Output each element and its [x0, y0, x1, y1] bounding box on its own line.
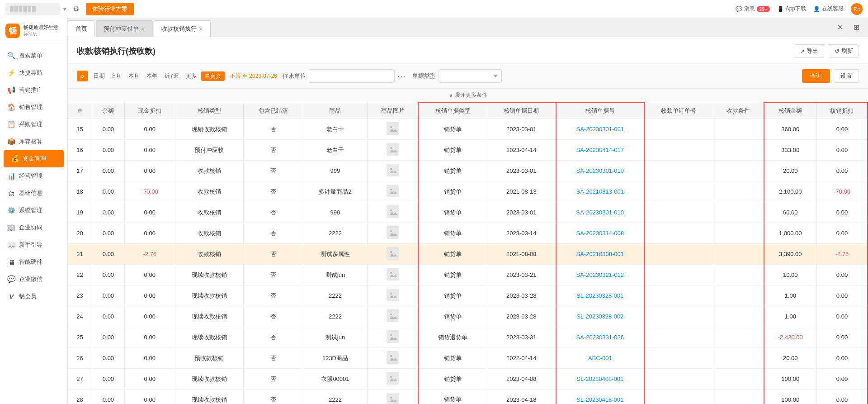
cell-goods: 测试jun: [303, 265, 368, 285]
date-range-button[interactable]: 不限 至 2023-07-26: [230, 72, 277, 80]
online-service-button[interactable]: 👤 在线客服: [813, 5, 844, 13]
export-button[interactable]: ↗ 导出: [794, 44, 824, 58]
svg-rect-14: [387, 268, 399, 280]
filter-setting-button[interactable]: 设置: [834, 69, 859, 83]
page-title: 收款核销执行(按收款): [77, 46, 156, 57]
cell-receipt-order-no: [644, 181, 713, 202]
user-avatar[interactable]: Rit: [851, 3, 863, 15]
cell-verify-discount: 0.00: [816, 265, 868, 285]
sidebar-item-enterprise[interactable]: 🏢 企业协同: [0, 219, 67, 236]
messages-button[interactable]: 💬 消息 99+: [736, 5, 770, 13]
inventory-icon: 📦: [7, 138, 15, 146]
cell-cash-discount: 0.00: [124, 265, 175, 285]
svg-rect-16: [387, 289, 399, 301]
cell-verify-type: 收款核销: [175, 161, 243, 181]
partner-input[interactable]: [309, 69, 395, 83]
sidebar-item-guide[interactable]: 📖 新手引导: [0, 236, 67, 253]
expand-more-button[interactable]: ∨ 展开更多条件: [449, 91, 487, 99]
app-download-button[interactable]: 📱 App下载: [777, 5, 806, 13]
date-filter-group: 日期 上月 本月 本年 近7天 更多 自定义: [93, 71, 225, 81]
tab-close-window-icon[interactable]: ✕: [834, 21, 846, 34]
verify-doc-no-link[interactable]: SL-20230418-001: [576, 396, 623, 403]
sidebar-item-purchase[interactable]: 📋 采购管理: [0, 116, 67, 133]
sidebar-item-sales[interactable]: 🏠 销售管理: [0, 99, 67, 116]
tab-prepay-close-icon[interactable]: ×: [142, 25, 145, 33]
col-header-goods: 商品: [303, 103, 368, 119]
cell-verify-discount: 0.00: [816, 119, 868, 140]
sidebar-item-search[interactable]: 🔍 搜索菜单: [0, 47, 67, 64]
cell-verify-doc-date: 2023-03-21: [487, 265, 556, 285]
verify-doc-no-link[interactable]: ABC-001: [588, 355, 612, 361]
tab-home[interactable]: 首页: [68, 20, 95, 37]
cell-verify-doc-date: 2023-03-28: [487, 285, 556, 306]
partner-dots[interactable]: ···: [397, 71, 407, 81]
sidebar-item-system[interactable]: ⚙️ 系统管理: [0, 202, 67, 219]
date-opt-this-year[interactable]: 本年: [144, 71, 160, 81]
verify-doc-no-link[interactable]: SA-20210808-001: [576, 251, 624, 257]
cell-include-settled: 否: [244, 140, 303, 161]
sidebar-item-inventory[interactable]: 📦 库存核算: [0, 133, 67, 150]
verify-doc-no-link[interactable]: SA-20230331-026: [576, 334, 624, 341]
vip-icon: V: [7, 293, 15, 300]
refresh-button[interactable]: ↺ 刷新: [829, 44, 859, 58]
tab-receipt-label: 收款核销执行: [161, 25, 197, 33]
cell-goods: 测试多属性: [303, 244, 368, 265]
cell-goods-image: [368, 223, 418, 244]
verify-doc-no-link[interactable]: SL-20230328-002: [576, 313, 623, 320]
table-container[interactable]: ⚙ 余额 现金折扣 核销类型 包含已结清 商品 商品图片 核销单据类型 核销单据…: [68, 102, 868, 404]
col-header-verify-discount: 核销折扣: [816, 103, 868, 119]
verify-doc-no-link[interactable]: SA-20230314-008: [576, 230, 624, 237]
verify-doc-no-link[interactable]: SA-20210813-001: [576, 188, 624, 195]
expand-more-label: 展开更多条件: [455, 91, 487, 99]
sidebar-item-finance-label: 资金管理: [23, 155, 46, 163]
verify-doc-no-link[interactable]: SL-20230408-001: [576, 375, 623, 382]
company-chevron-icon[interactable]: ▾: [63, 6, 66, 12]
company-selector[interactable]: ██████: [5, 3, 60, 15]
cell-seq: 24: [68, 306, 92, 327]
tab-prepay[interactable]: 预付冲应付单 ×: [96, 20, 153, 37]
date-opt-custom[interactable]: 自定义: [201, 71, 225, 81]
tab-receipt[interactable]: 收款核销执行 ×: [154, 20, 211, 37]
verify-doc-no-link[interactable]: SL-20230328-001: [576, 292, 623, 299]
date-opt-more[interactable]: 更多: [183, 71, 199, 81]
tab-maximize-icon[interactable]: ⊞: [850, 21, 863, 34]
date-opt-7days[interactable]: 近7天: [162, 71, 181, 81]
cell-verify-type: 收款核销: [175, 181, 243, 202]
sidebar-item-basic[interactable]: 🗂 基础信息: [0, 185, 67, 202]
verify-doc-no-link[interactable]: SA-20230414-017: [576, 147, 624, 153]
sidebar-item-wechat[interactable]: 💬 企业微信: [0, 271, 67, 288]
sidebar-item-system-label: 系统管理: [19, 206, 42, 214]
sidebar-item-operation[interactable]: 📊 经营管理: [0, 167, 67, 185]
sidebar-item-vip[interactable]: V 畅会员: [0, 288, 67, 305]
date-opt-last-month[interactable]: 上月: [108, 71, 124, 81]
date-opt-this-month[interactable]: 本月: [126, 71, 142, 81]
verify-doc-no-link[interactable]: SA-20230301-001: [576, 126, 624, 133]
search-icon: 🔍: [7, 52, 15, 60]
svg-rect-20: [387, 330, 399, 343]
cell-verify-doc-type: 销货单: [418, 285, 487, 306]
cell-balance: 0.00: [92, 140, 125, 161]
tab-bar: 首页 预付冲应付单 × 收款核销执行 × ✕ ⊞: [68, 18, 868, 37]
sidebar-item-shortcut[interactable]: ⚡ 快捷导航: [0, 64, 67, 81]
cell-verify-doc-date: 2022-04-14: [487, 348, 556, 369]
voucher-type-select[interactable]: [439, 69, 502, 83]
cell-cash-discount: 0.00: [124, 306, 175, 327]
verify-doc-no-link[interactable]: SA-20230321-012: [576, 271, 624, 278]
settings-icon-button[interactable]: ⚙: [70, 3, 82, 15]
verify-doc-no-link[interactable]: SA-20230301-010: [576, 167, 624, 174]
sidebar-item-guide-label: 新手引导: [19, 241, 42, 249]
cell-goods: 测试jun: [303, 327, 368, 348]
sidebar-item-finance[interactable]: 💰 资金管理: [4, 150, 64, 167]
trial-industry-button[interactable]: 体验行业方案: [86, 3, 134, 15]
sidebar-item-smart[interactable]: 🖥 智能硬件: [0, 253, 67, 271]
svg-point-7: [390, 189, 392, 190]
cell-balance: 0.00: [92, 161, 125, 181]
date-options: 上月 本月 本年 近7天 更多 自定义: [108, 71, 225, 81]
tab-receipt-close-icon[interactable]: ×: [199, 25, 203, 33]
filter-expand-button[interactable]: »: [77, 71, 88, 81]
sidebar-item-marketing[interactable]: 📢 营销推广: [0, 81, 67, 99]
cell-verify-discount: 0.00: [816, 369, 868, 390]
verify-doc-no-link[interactable]: SA-20230301-010: [576, 209, 624, 216]
query-button[interactable]: 查询: [802, 69, 830, 83]
cell-receipt-order-no: [644, 223, 713, 244]
